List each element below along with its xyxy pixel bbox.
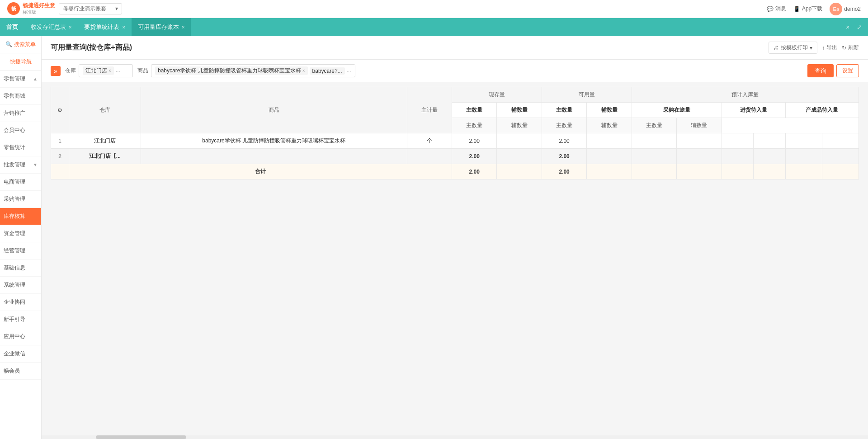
nav-tabs: 首页 收发存汇总表 × 要货单统计表 × 可用量库存账本 × × ⤢	[0, 18, 868, 36]
print-btn[interactable]: 🖨 按模板打印 ▾	[769, 42, 817, 54]
sidebar-item-marketing[interactable]: 营销推广	[0, 105, 41, 122]
query-button[interactable]: 查询	[807, 64, 834, 77]
main-content: 可用量查询(按仓库+商品) 🖨 按模板打印 ▾ ↑ 导出 ↻ 刷新 »	[42, 36, 868, 439]
seq-cell-2: 2	[51, 149, 69, 164]
sidebar-item-retail-stats[interactable]: 零售统计	[0, 139, 41, 156]
search-icon: 🔍	[5, 41, 12, 47]
sidebar-item-operations-mgmt-label: 经营管理	[4, 247, 25, 255]
sidebar-item-purchase-mgmt[interactable]: 采购管理	[0, 191, 41, 208]
sidebar-item-inventory-check[interactable]: 库存核算	[0, 208, 41, 225]
sidebar-item-ecommerce-mgmt-label: 电商管理	[4, 178, 25, 186]
sidebar-item-system-mgmt-label: 系统管理	[4, 281, 25, 289]
stock-main-cell-2: 2.00	[452, 149, 497, 164]
settings-button[interactable]: 设置	[836, 64, 859, 77]
sidebar-item-basic-info-label: 基础信息	[4, 264, 25, 272]
produced-wait-aux-cell	[822, 133, 859, 149]
remove-product1-icon[interactable]: ×	[302, 68, 305, 73]
export-icon: ↑	[822, 45, 825, 51]
produced-wait-header: 产成品待入量	[785, 103, 859, 118]
sidebar-item-finance-mgmt[interactable]: 资金管理	[0, 225, 41, 242]
sidebar-item-basic-info[interactable]: 基础信息	[0, 260, 41, 277]
refresh-btn[interactable]: ↻ 刷新	[842, 44, 859, 52]
avail-main-cell: 2.00	[542, 133, 586, 149]
product-tag1-value: babycare学饮杯 儿童防摔防撞吸管杯重力球吸嘴杯宝宝水杯	[158, 67, 301, 75]
stock-main-header: 主数量	[452, 103, 497, 118]
user-btn[interactable]: Ea demo2	[830, 3, 861, 15]
avail-main-cell-2: 2.00	[542, 149, 586, 164]
table-row-group: 2 江北门店【... 2.00 2.00	[51, 149, 859, 164]
warehouse-filter-group: 仓库 江北门店 × ···	[65, 64, 133, 77]
footer-inbound-wait-aux	[754, 164, 786, 179]
sidebar-item-app-center[interactable]: 应用中心	[0, 328, 41, 345]
footer-avail-main: 2.00	[542, 164, 586, 179]
tab-order-stats[interactable]: 要货单统计表 ×	[78, 18, 131, 36]
sidebar-item-retail-mall[interactable]: 零售商城	[0, 88, 41, 105]
window-controls: × ⤢	[843, 18, 868, 36]
export-btn[interactable]: ↑ 导出	[822, 44, 837, 52]
sidebar-item-member-vip-label: 畅会员	[4, 367, 20, 375]
fullscreen-btn[interactable]: ⤢	[854, 22, 864, 32]
inbound-wait-aux-cell	[754, 133, 786, 149]
horizontal-scrollbar[interactable]	[42, 435, 868, 439]
print-dropdown-icon: ▾	[810, 45, 812, 51]
available-group-header: 可用量	[542, 87, 632, 103]
sidebar-item-enterprise-collab[interactable]: 企业协同	[0, 294, 41, 311]
sidebar-item-retail-mall-label: 零售商城	[4, 92, 25, 100]
sidebar-item-member-center[interactable]: 会员中心	[0, 122, 41, 139]
pur-transit-main-header: 主数量	[452, 118, 497, 133]
product-filter-group: 商品 babycare学饮杯 儿童防摔防撞吸管杯重力球吸嘴杯宝宝水杯 × bab…	[137, 64, 355, 77]
produced-wait-aux-cell-2	[822, 149, 859, 164]
close-available-inventory-icon[interactable]: ×	[182, 24, 184, 30]
sidebar-quick-nav[interactable]: 快捷导航	[0, 53, 41, 71]
tab-available-inventory[interactable]: 可用量库存账本 ×	[132, 18, 191, 36]
inbound-wait-main-cell-2	[722, 149, 754, 164]
sidebar-item-operations-mgmt[interactable]: 经营管理	[0, 242, 41, 260]
message-btn[interactable]: 💬 消息	[767, 5, 786, 13]
close-order-stats-icon[interactable]: ×	[122, 24, 125, 30]
sidebar-quick-nav-label: 快捷导航	[10, 58, 32, 65]
unit-cell: 个	[407, 133, 452, 149]
product-more-icon[interactable]: ···	[347, 68, 351, 74]
print-label: 按模板打印	[781, 44, 808, 52]
warehouse-more-icon[interactable]: ···	[116, 68, 120, 74]
tab-income-expense-label: 收发存汇总表	[31, 23, 66, 31]
main-layout: 🔍 搜索菜单 快捷导航 零售管理 ▲ 零售商城 营销推广 会员中心 零售统计 批…	[0, 36, 868, 439]
product-col-header: 商品	[141, 87, 407, 133]
sidebar-item-ecommerce-mgmt[interactable]: 电商管理	[0, 174, 41, 191]
close-income-expense-icon[interactable]: ×	[69, 24, 71, 30]
close-all-tabs-btn[interactable]: ×	[843, 22, 853, 32]
footer-pur-transit-main	[632, 164, 676, 179]
sidebar-item-enterprise-wechat[interactable]: 企业微信	[0, 345, 41, 363]
sidebar-item-member-vip[interactable]: 畅会员	[0, 363, 41, 380]
unit-col-header: 主计量	[407, 87, 452, 133]
sidebar-item-app-center-label: 应用中心	[4, 333, 25, 340]
sidebar-item-purchase-mgmt-label: 采购管理	[4, 195, 25, 203]
table-container[interactable]: ⚙ 仓库 商品 主计量 现存量 可用量 预计入库量 主数量 辅数量 主数量 辅数…	[42, 82, 868, 435]
chevron-up-icon: ▲	[33, 76, 38, 81]
produced-wait-main-cell	[785, 133, 822, 149]
warehouse-cell-2: 江北门店【...	[69, 149, 141, 164]
expand-filter-btn[interactable]: »	[51, 66, 61, 76]
sidebar-item-system-mgmt[interactable]: 系统管理	[0, 277, 41, 294]
print-icon: 🖨	[774, 45, 779, 51]
settings-col-header[interactable]: ⚙	[51, 87, 69, 133]
warehouse-input[interactable]: 江北门店 × ···	[79, 64, 133, 77]
logo-area: 畅 畅捷通好生意 标准版	[7, 2, 55, 15]
sidebar-item-retail-mgmt[interactable]: 零售管理 ▲	[0, 71, 41, 88]
seq-cell: 1	[51, 133, 69, 149]
tab-income-expense[interactable]: 收发存汇总表 ×	[24, 18, 78, 36]
sidebar-item-wholesale-mgmt[interactable]: 批发管理 ▼	[0, 156, 41, 174]
sidebar-item-new-guide[interactable]: 新手引导	[0, 311, 41, 328]
avail-main-header: 主数量	[542, 103, 586, 118]
tab-order-stats-label: 要货单统计表	[84, 23, 119, 31]
tab-home[interactable]: 首页	[0, 18, 24, 36]
app-download-btn[interactable]: 📱 App下载	[793, 5, 822, 13]
refresh-icon: ↻	[842, 45, 846, 51]
pur-transit-aux-header: 辅数量	[497, 118, 542, 133]
scroll-thumb[interactable]	[96, 435, 186, 439]
inbound-wait-aux-header: 辅数量	[587, 118, 632, 133]
product-input[interactable]: babycare学饮杯 儿童防摔防撞吸管杯重力球吸嘴杯宝宝水杯 × babyca…	[151, 64, 355, 77]
sidebar-search[interactable]: 🔍 搜索菜单	[0, 36, 41, 53]
remove-warehouse-icon[interactable]: ×	[108, 68, 111, 73]
industry-select[interactable]: 母婴行业演示账套 ▾	[59, 3, 122, 14]
